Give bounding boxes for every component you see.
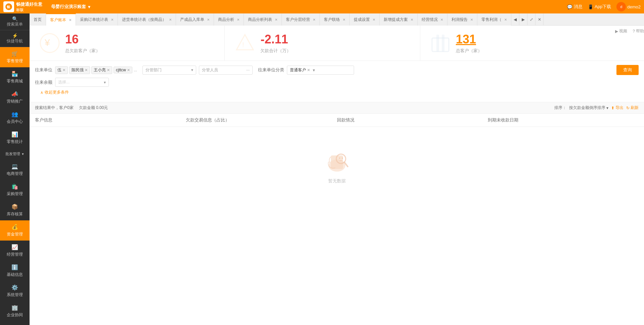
empty-text: 暂无数据 [328, 178, 346, 184]
stat-value-customers: 16 [65, 32, 100, 46]
tab-close-stock[interactable]: ✕ [169, 18, 172, 22]
remove-classify[interactable]: ✕ [307, 68, 310, 72]
biz-icon: 📈 [11, 244, 18, 250]
sidebar-item-sys-mgmt[interactable]: ⚙️ 系统管理 [0, 281, 30, 301]
remove-tag-0[interactable]: ✕ [62, 68, 66, 72]
stat-label-debt: 欠款合计（万） [260, 48, 291, 54]
tab-improve-settings[interactable]: 提成设置 ✕ [350, 13, 380, 26]
tab-home[interactable]: 首页 [30, 13, 46, 26]
tab-nav-left[interactable]: ◀ [511, 13, 519, 25]
svg-text:畅: 畅 [7, 5, 10, 9]
filter-row-1: 往来单位 伍 ✕ 陈民强 ✕ 王小亮 [35, 65, 639, 75]
sidebar-item-retail-mall[interactable]: 🏪 零售商城 [0, 67, 30, 87]
person-dots: ··· [246, 68, 250, 72]
sidebar-item-retail-stats[interactable]: 📊 零售统计 [0, 128, 30, 148]
export-icon: ⬆ [611, 106, 614, 110]
tab-stock-stats[interactable]: 进货单统计表（按商品） ✕ [118, 13, 176, 26]
tab-customer-segment[interactable]: 客户分层经营 ✕ [282, 13, 320, 26]
tab-close-biz[interactable]: ✕ [440, 18, 443, 22]
tab-close-purchase[interactable]: ✕ [111, 18, 114, 22]
export-btn[interactable]: ⬆ 导出 [611, 105, 624, 111]
stat-label-customers: 总欠款客户（家） [65, 48, 100, 54]
company-selector[interactable]: 母婴行业演示账套 ▾ [51, 4, 90, 10]
remove-tag-2[interactable]: ✕ [107, 68, 110, 72]
top-bar-right: 💬 消息 📱 App下载 d demo2 [567, 2, 641, 11]
person-input[interactable]: 分管人员 ··· [199, 66, 253, 75]
sidebar-item-batch-mgmt[interactable]: 批发管理 ▼ [0, 148, 30, 160]
sidebar-item-member[interactable]: 👥 会员中心 [0, 108, 30, 128]
more-tags[interactable]: ... [134, 68, 137, 72]
stat-icon-customers: ¥ [40, 33, 60, 53]
classify-dropdown[interactable]: 普通客户 ✕ ▾ [287, 66, 354, 75]
sidebar-item-basic-info[interactable]: ℹ️ 基础信息 [0, 261, 30, 281]
video-icon: ▶ [615, 29, 618, 34]
tab-maximize[interactable]: ⤢ [527, 13, 535, 25]
tab-close-goods[interactable]: ✕ [237, 18, 240, 22]
tab-goods-analysis-list[interactable]: 商品分析列表 ✕ [244, 13, 282, 26]
sidebar-item-purchase-mgmt[interactable]: 🛍️ 采购管理 [0, 180, 30, 200]
tab-nav-right[interactable]: ▶ [519, 13, 527, 25]
app-download-btn[interactable]: 📱 App下载 [588, 4, 611, 10]
stat-value-debt: -2.11 [260, 32, 291, 46]
tab-close-contact[interactable]: ✕ [343, 18, 345, 22]
tab-production[interactable]: 产成品入库单 ✕ [176, 13, 214, 26]
sidebar-item-finance-mgmt[interactable]: 💰 资金管理 [0, 220, 30, 241]
filter-tag-3: cjttcw ✕ [114, 67, 132, 73]
stat-value-total: 131 [456, 32, 482, 46]
tab-close-customers[interactable]: ✕ [69, 18, 72, 22]
retail-stats-icon: 📊 [11, 131, 18, 138]
tab-close-goods-list[interactable]: ✕ [275, 18, 277, 22]
sidebar-item-enterprise[interactable]: 🏢 企业协同 [0, 301, 30, 321]
tab-customers[interactable]: 客户账本 ✕ [46, 13, 76, 26]
tab-close-segment[interactable]: ✕ [313, 18, 315, 22]
tab-close-profit[interactable]: ✕ [470, 18, 473, 22]
tab-biz-status[interactable]: 经营情况 ✕ [418, 13, 447, 26]
dept-select[interactable]: 分管部门 ▾ [142, 66, 196, 75]
tab-close-retail-profit[interactable]: ✕ [504, 18, 507, 22]
sidebar-item-retail-mgmt[interactable]: 🛒 零售管理 [0, 47, 30, 67]
balance-select[interactable]: 选择... ▾ [55, 78, 109, 87]
tab-close-production[interactable]: ✕ [207, 18, 210, 22]
stat-actions: ▶ 视频 ? 帮助 [615, 26, 644, 61]
user-menu[interactable]: d demo2 [616, 2, 641, 11]
tab-retail-profit[interactable]: 零售利润（ ✕ [477, 13, 511, 26]
classify-select[interactable]: 普通客户 ✕ ▾ [287, 66, 354, 75]
query-button[interactable]: 查询 [616, 65, 639, 75]
classify-tag: 普通客户 ✕ [290, 67, 310, 73]
stat-label-total: 总客户（家） [456, 48, 482, 54]
svg-text:¥: ¥ [44, 37, 50, 48]
stat-info-customers: 16 总欠款客户（家） [65, 32, 100, 54]
tab-close-all[interactable]: ✕ [535, 13, 544, 25]
refresh-btn[interactable]: ↻ 刷新 [626, 105, 639, 111]
tab-purchase-order[interactable]: 采购订单统计表 ✕ [76, 13, 118, 26]
sidebar-item-new-guide[interactable]: 🎯 新手引导 [0, 321, 30, 325]
sidebar-item-stock-check[interactable]: 📦 库存核算 [0, 200, 30, 220]
top-bar: 畅 畅捷通好生意 标版 母婴行业演示账套 ▾ 💬 消息 📱 App下载 d [0, 0, 644, 13]
remove-tag-1[interactable]: ✕ [85, 68, 88, 72]
tab-new-plan[interactable]: 新增提成方案 ✕ [380, 13, 418, 26]
enterprise-icon: 🏢 [11, 304, 18, 311]
sidebar-item-marketing[interactable]: 📣 营销推广 [0, 87, 30, 108]
sidebar-item-ecom-mgmt[interactable]: 💻 电商管理 [0, 160, 30, 180]
video-btn[interactable]: ▶ 视频 [615, 28, 627, 34]
tab-profit-report[interactable]: 利润报告 ✕ [447, 13, 477, 26]
tab-close-plan[interactable]: ✕ [411, 18, 413, 22]
tab-goods-analysis[interactable]: 商品分析 ✕ [214, 13, 244, 26]
sidebar-search[interactable]: 🔍 搜索菜单 [0, 13, 30, 30]
sort-arrow: ▾ [606, 106, 608, 110]
tab-close-improve[interactable]: ✕ [373, 18, 375, 22]
sidebar-item-biz-mgmt[interactable]: 📈 经营管理 [0, 241, 30, 261]
stat-icon-debt: ! [235, 33, 255, 53]
classify-label: 往来单位分类 [258, 67, 284, 73]
tab-customer-contact[interactable]: 客户联络 ✕ [320, 13, 350, 26]
collapse-btn[interactable]: ∧ 收起更多条件 [35, 89, 639, 98]
stat-block-total: 131 总客户（家） [420, 26, 615, 61]
sort-btn[interactable]: 按欠款金额倒序排序 ▾ [569, 105, 608, 111]
sidebar: 🔍 搜索菜单 ⚡ 快捷导航 🛒 零售管理 🏪 零售商城 📣 营销推广 👥 [0, 13, 30, 325]
help-btn[interactable]: ? 帮助 [633, 28, 644, 34]
col-header-date: 到期未收款日期 [488, 117, 639, 123]
logo-area: 畅 畅捷通好生意 标版 母婴行业演示账套 ▾ [3, 1, 567, 12]
sidebar-quick-nav[interactable]: ⚡ 快捷导航 [0, 30, 30, 47]
message-btn[interactable]: 💬 消息 [567, 4, 583, 10]
remove-tag-3[interactable]: ✕ [127, 68, 130, 72]
